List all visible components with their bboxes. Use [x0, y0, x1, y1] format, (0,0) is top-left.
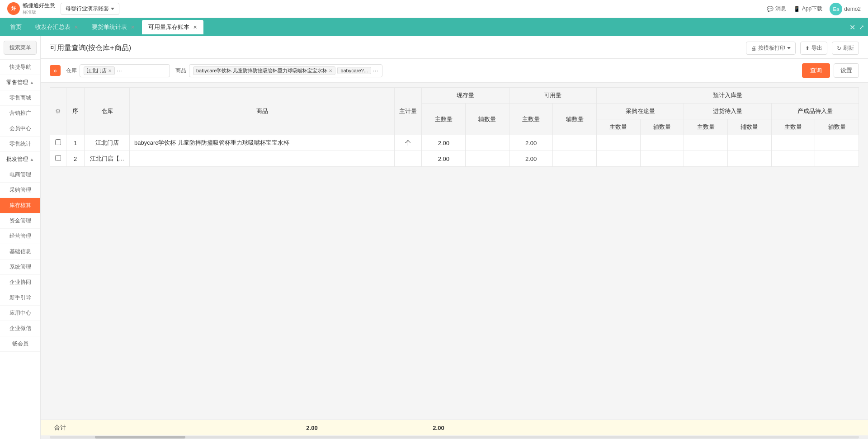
cell-checkbox[interactable]	[50, 151, 66, 167]
sidebar-item-purchase[interactable]: 采购管理	[0, 183, 40, 198]
print-template-btn[interactable]: 🖨 按模板打印	[746, 42, 796, 55]
wholesale-label: 批发管理	[6, 156, 28, 163]
user-menu[interactable]: Ea demo2	[830, 3, 861, 15]
th-purchase-sub: 辅数量	[640, 119, 684, 135]
tab-receipt-label: 收发存汇总表	[35, 23, 71, 31]
filter-bar: » 仓库 江北门店 ✕ ··· 商品 babycare学饮杯 儿童防摔防撞吸管杯…	[41, 59, 868, 83]
scrollbar-thumb[interactable]	[95, 436, 185, 439]
sidebar-search-btn[interactable]: 搜索菜单	[4, 41, 37, 55]
logo-subtitle: 标准版	[23, 9, 55, 15]
message-label: 消息	[775, 5, 786, 13]
cell-stock-sub	[466, 151, 509, 167]
cell-warehouse: 江北门店	[85, 135, 130, 151]
page-actions: 🖨 按模板打印 ⬆ 导出 ↻ 刷新	[746, 42, 859, 55]
sidebar-item-quick-nav[interactable]: 快捷导航	[0, 60, 40, 75]
table-container: ⚙ 序 仓库 商品 主计量 现存量 可用量 预计入库量 主数量 辅数量 主数量	[41, 83, 868, 420]
tab-available-inventory[interactable]: 可用量库存账本 ✕	[142, 20, 203, 34]
filter-warehouse-value: 江北门店	[87, 67, 107, 74]
tab-order-label: 要货单统计表	[92, 23, 127, 31]
tab-receipt-close[interactable]: ✕	[74, 24, 78, 30]
nav-expand-btn[interactable]: ⤢	[859, 24, 864, 31]
refresh-icon: ↻	[837, 45, 841, 52]
sidebar-item-appcenter[interactable]: 应用中心	[0, 306, 40, 321]
filter-warehouse-field: 仓库 江北门店 ✕ ···	[66, 64, 170, 77]
sidebar-item-retail[interactable]: 零售管理 ▲	[0, 75, 40, 90]
export-btn[interactable]: ⬆ 导出	[800, 42, 827, 55]
query-btn[interactable]: 查询	[802, 63, 830, 78]
cell-production-sub	[815, 135, 859, 151]
cell-stock-sub	[466, 135, 509, 151]
th-no: 序	[66, 88, 85, 135]
scrollbar-track[interactable]	[50, 436, 859, 439]
filter-product1-remove-btn[interactable]: ✕	[329, 68, 332, 73]
filter-settings-btn[interactable]: 设置	[834, 63, 859, 78]
tab-order-stats[interactable]: 要货单统计表 ✕	[85, 20, 141, 34]
refresh-btn[interactable]: ↻ 刷新	[832, 42, 859, 55]
th-avail-main: 主数量	[509, 104, 553, 135]
cell-purchase-main	[597, 135, 641, 151]
sidebar-item-retail-stats[interactable]: 零售统计	[0, 137, 40, 152]
app-download-btn[interactable]: 📱 App下载	[793, 5, 822, 13]
tab-home[interactable]: 首页	[4, 20, 28, 34]
sidebar-item-finance[interactable]: 资金管理	[0, 213, 40, 229]
sidebar-item-ecommerce[interactable]: 电商管理	[0, 167, 40, 183]
sidebar-item-operations[interactable]: 经营管理	[0, 229, 40, 244]
retail-label: 零售管理	[6, 79, 28, 86]
footer-avail-main: 2.00	[411, 425, 466, 431]
footer-stock-main: 2.00	[240, 425, 384, 431]
cell-avail-main: 2.00	[509, 151, 553, 167]
sidebar-item-basic-info[interactable]: 基础信息	[0, 244, 40, 260]
th-incoming-main: 主数量	[684, 119, 728, 135]
message-icon: 💬	[767, 6, 774, 12]
sidebar-item-vip[interactable]: 畅会员	[0, 336, 40, 352]
filter-warehouse-more[interactable]: ···	[117, 67, 122, 74]
table-footer: 合计 2.00 2.00	[41, 420, 868, 435]
industry-selector[interactable]: 母婴行业演示账套	[61, 3, 119, 15]
sidebar-item-wholesale[interactable]: 批发管理 ▲	[0, 152, 40, 167]
sidebar-item-system[interactable]: 系统管理	[0, 260, 40, 275]
th-incoming: 进货待入量	[684, 104, 771, 119]
message-btn[interactable]: 💬 消息	[767, 5, 786, 13]
th-production-main: 主数量	[771, 119, 815, 135]
th-planned-group: 预计入库量	[597, 88, 859, 104]
app-download-label: App下载	[802, 5, 822, 13]
filter-product-input[interactable]: babycare学饮杯 儿童防摔防撞吸管杯重力球吸嘴杯宝宝水杯 ✕ babyca…	[189, 64, 382, 77]
sidebar-item-marketing[interactable]: 营销推广	[0, 106, 40, 121]
cell-checkbox[interactable]	[50, 135, 66, 151]
cell-stock-main: 2.00	[422, 135, 466, 151]
filter-warehouse-remove-btn[interactable]: ✕	[108, 68, 112, 73]
th-stock-group: 现存量	[422, 88, 509, 104]
tab-available-close[interactable]: ✕	[193, 24, 197, 30]
filter-product-value1: babycare学饮杯 儿童防摔防撞吸管杯重力球吸嘴杯宝宝水杯	[196, 67, 327, 74]
sidebar: 搜索菜单 快捷导航 零售管理 ▲ 零售商城 营销推广 会员中心 零售统计 批发管…	[0, 36, 41, 439]
tab-receipt-summary[interactable]: 收发存汇总表 ✕	[29, 20, 85, 34]
industry-label: 母婴行业演示账套	[66, 5, 109, 13]
gear-icon[interactable]: ⚙	[55, 108, 61, 115]
th-settings: ⚙	[50, 88, 66, 135]
filter-warehouse-input[interactable]: 江北门店 ✕ ···	[80, 64, 170, 77]
sidebar-item-members[interactable]: 会员中心	[0, 121, 40, 137]
th-purchase-main: 主数量	[597, 119, 641, 135]
sidebar-search-area: 搜索菜单	[0, 36, 40, 60]
sidebar-item-wechat[interactable]: 企业微信	[0, 321, 40, 336]
filter-product-label: 商品	[175, 67, 186, 75]
cell-product	[130, 151, 395, 167]
cell-incoming-sub	[727, 151, 771, 167]
table-row: 1 江北门店 babycare学饮杯 儿童防摔防撞吸管杯重力球吸嘴杯宝宝水杯 个…	[50, 135, 859, 151]
sidebar-item-enterprise[interactable]: 企业协同	[0, 275, 40, 290]
th-available-group: 可用量	[509, 88, 596, 104]
th-avail-sub: 辅数量	[553, 104, 597, 135]
tab-order-close[interactable]: ✕	[131, 24, 135, 30]
filter-product-tag2: babycare?...	[337, 67, 371, 74]
sidebar-item-inventory[interactable]: 库存核算	[0, 198, 40, 213]
sidebar-item-retail-shop[interactable]: 零售商城	[0, 90, 40, 106]
export-label: 导出	[811, 44, 822, 52]
th-product: 商品	[130, 88, 395, 135]
filter-expand-btn[interactable]: »	[50, 65, 61, 76]
footer-label: 合计	[50, 424, 104, 432]
filter-product-more[interactable]: ···	[373, 67, 378, 74]
sidebar-item-newbie[interactable]: 新手引导	[0, 290, 40, 306]
retail-chevron-icon: ▲	[30, 80, 34, 85]
nav-close-all-btn[interactable]: ✕	[849, 23, 855, 32]
filter-warehouse-label: 仓库	[66, 67, 77, 75]
